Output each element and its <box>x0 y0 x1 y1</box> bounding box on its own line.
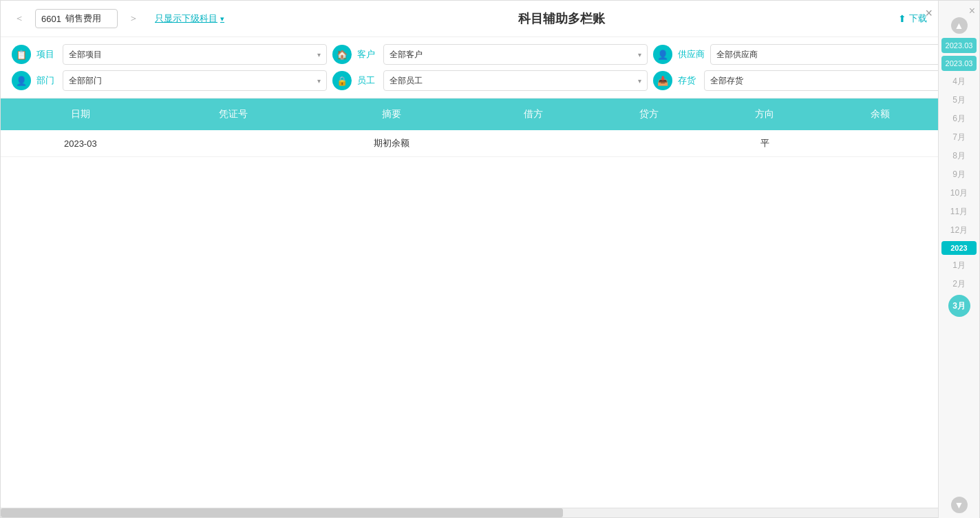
cell-summary: 期初余额 <box>307 130 476 157</box>
table-container: 日期 凭证号 摘要 借方 贷方 方向 余额 2023-03期初余额平 <box>1 99 938 508</box>
title-bar: ＜ 6601 销售费用 ＞ 只显示下级科目 ▾ 科目辅助多栏账 ⬆ 下载 🖨 打… <box>1 1 979 37</box>
page-title: 科目辅助多栏账 <box>233 10 890 27</box>
col-summary: 摘要 <box>307 99 476 130</box>
data-table: 日期 凭证号 摘要 借方 贷方 方向 余额 2023-03期初余额平 <box>1 99 938 157</box>
customer-select[interactable]: 全部客户 ▾ <box>383 44 648 65</box>
table-header-row: 日期 凭证号 摘要 借方 贷方 方向 余额 <box>1 99 938 130</box>
employee-chevron: ▾ <box>638 77 641 85</box>
employee-select[interactable]: 全部员工 ▾ <box>383 70 648 91</box>
timeline-item[interactable]: 3月 <box>948 295 970 317</box>
timeline-down-arrow[interactable]: ▼ <box>951 497 968 513</box>
download-label: 下载 <box>909 12 927 25</box>
col-debit: 借方 <box>476 99 591 130</box>
project-value: 全部项目 <box>69 49 102 61</box>
department-icon: 👤 <box>12 71 31 90</box>
filter-bar: 📋 项目 全部项目 ▾ 🏠 客户 全部客户 ▾ 👤 供应商 全部供应商 ▾ <box>1 37 979 99</box>
filter-customer: 🏠 客户 全部客户 ▾ <box>332 44 648 65</box>
inventory-select[interactable]: 全部存货 ▾ <box>704 70 968 91</box>
customer-value: 全部客户 <box>390 49 423 61</box>
project-select[interactable]: 全部项目 ▾ <box>63 44 327 65</box>
sidebar-close-icon: × <box>969 5 975 17</box>
prev-arrow[interactable]: ＜ <box>12 11 27 26</box>
timeline-item[interactable]: 5月 <box>939 91 979 110</box>
customer-chevron: ▾ <box>638 51 641 59</box>
project-icon: 📋 <box>12 45 31 64</box>
cell-debit <box>476 130 591 157</box>
employee-icon: 🔒 <box>332 71 352 90</box>
timeline-item[interactable]: 1月 <box>939 256 979 275</box>
account-code-box: 6601 销售费用 <box>35 9 118 28</box>
timeline-item[interactable]: 11月 <box>939 203 979 221</box>
filter-project: 📋 项目 全部项目 ▾ <box>12 44 327 65</box>
filter-supplier: 👤 供应商 全部供应商 ▾ <box>653 44 968 65</box>
filter-employee: 🔒 员工 全部员工 ▾ <box>332 70 648 91</box>
timeline-items: 2023.032023.034月5月6月7月8月9月10月11月12月20231… <box>939 37 979 494</box>
timeline-item[interactable]: 8月 <box>939 147 979 165</box>
main-window: × ＜ 6601 销售费用 ＞ 只显示下级科目 ▾ 科目辅助多栏账 ⬆ 下载 🖨… <box>0 0 980 518</box>
customer-icon: 🏠 <box>332 45 352 64</box>
up-arrow-icon: ▲ <box>955 20 964 31</box>
inventory-value: 全部存货 <box>710 75 743 87</box>
download-icon: ⬆ <box>898 13 906 24</box>
col-balance: 余额 <box>822 99 938 130</box>
scrollbar-thumb[interactable] <box>1 508 563 517</box>
employee-label: 员工 <box>357 74 378 87</box>
timeline-item[interactable]: 7月 <box>939 128 979 147</box>
down-arrow-icon: ▼ <box>955 499 964 510</box>
supplier-icon: 👤 <box>653 45 672 64</box>
supplier-select[interactable]: 全部供应商 ▾ <box>710 44 968 65</box>
timeline-item[interactable]: 6月 <box>939 110 979 128</box>
customer-label: 客户 <box>357 48 378 61</box>
timeline-item[interactable]: 10月 <box>939 184 979 203</box>
timeline-item[interactable]: 2月 <box>939 275 979 293</box>
employee-value: 全部员工 <box>390 75 423 87</box>
account-code: 6601 <box>41 14 61 24</box>
department-value: 全部部门 <box>69 75 102 87</box>
cell-date: 2023-03 <box>1 130 160 157</box>
download-button[interactable]: ⬆ 下载 <box>898 12 927 25</box>
account-name: 销售费用 <box>65 12 101 25</box>
col-voucher: 凭证号 <box>160 99 307 130</box>
department-label: 部门 <box>36 74 57 87</box>
inventory-icon: 📥 <box>653 71 672 90</box>
cell-balance <box>822 130 938 157</box>
timeline-item[interactable]: 2023 <box>941 241 977 255</box>
timeline-sidebar: × ▲ 2023.032023.034月5月6月7月8月9月10月11月12月2… <box>938 1 979 518</box>
department-chevron: ▾ <box>317 77 321 85</box>
timeline-item[interactable]: 2023.03 <box>941 56 977 71</box>
show-sub-arrow: ▾ <box>220 14 224 23</box>
cell-voucher <box>160 130 307 157</box>
table-body: 2023-03期初余额平 <box>1 130 938 157</box>
project-label: 项目 <box>36 48 57 61</box>
show-sub-label: 只显示下级科目 <box>155 12 217 25</box>
close-button[interactable]: × <box>925 6 933 21</box>
timeline-item[interactable]: 4月 <box>939 72 979 91</box>
show-sub-toggle[interactable]: 只显示下级科目 ▾ <box>155 12 224 25</box>
sidebar-close-area: × <box>939 1 979 17</box>
timeline-item[interactable]: 12月 <box>939 221 979 240</box>
project-chevron: ▾ <box>317 51 321 59</box>
col-direction: 方向 <box>707 99 822 130</box>
supplier-label: 供应商 <box>678 48 705 61</box>
next-arrow[interactable]: ＞ <box>126 11 141 26</box>
supplier-value: 全部供应商 <box>716 49 758 61</box>
col-credit: 贷方 <box>591 99 707 130</box>
filter-inventory: 📥 存货 全部存货 ▾ <box>653 70 968 91</box>
timeline-item[interactable]: 2023.03 <box>941 38 977 53</box>
col-date: 日期 <box>1 99 160 130</box>
timeline-item[interactable]: 9月 <box>939 165 979 184</box>
filter-department: 👤 部门 全部部门 ▾ <box>12 70 327 91</box>
timeline-up-arrow[interactable]: ▲ <box>951 17 968 34</box>
table-row[interactable]: 2023-03期初余额平 <box>1 130 938 157</box>
bottom-scrollbar[interactable] <box>1 508 938 517</box>
cell-credit <box>591 130 707 157</box>
inventory-label: 存货 <box>678 74 699 87</box>
cell-direction: 平 <box>707 130 822 157</box>
department-select[interactable]: 全部部门 ▾ <box>63 70 327 91</box>
